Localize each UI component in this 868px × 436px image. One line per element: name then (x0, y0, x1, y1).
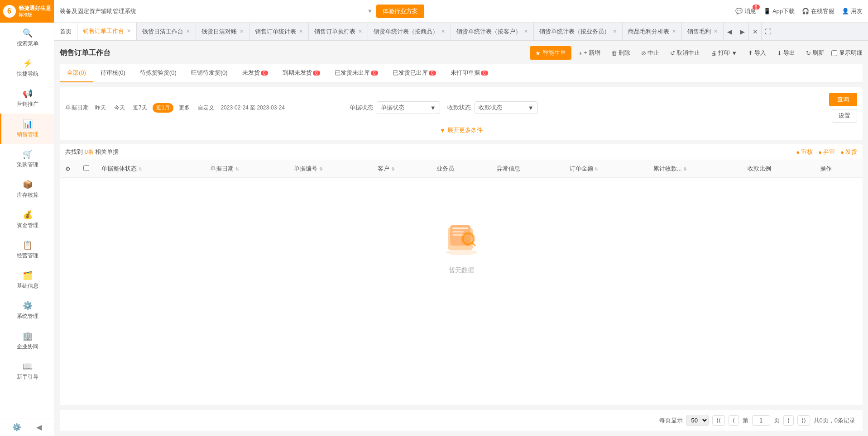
query-button[interactable]: 查询 (829, 93, 857, 106)
tab-next-button[interactable]: ▶ (736, 23, 749, 41)
date-1month-btn[interactable]: 近1月 (153, 103, 174, 113)
sidebar-item-marketing[interactable]: 📢 营销推广 (0, 83, 54, 114)
delete-button[interactable]: 🗑 删除 (608, 47, 634, 59)
sidebar-item-finance[interactable]: 💰 资金管理 (0, 204, 54, 235)
sidebar-item-purchase[interactable]: 🛒 采购管理 (0, 144, 54, 174)
tab-close-icon[interactable]: ✕ (240, 28, 244, 34)
tab-product-margin[interactable]: 商品毛利分析表 ✕ (623, 23, 682, 41)
date-more-btn[interactable]: 更多 (176, 103, 192, 113)
stop-button[interactable]: ⊘ 中止 (638, 47, 663, 59)
date-today-btn[interactable]: 今天 (111, 103, 128, 113)
page-number-input[interactable]: 1 (752, 415, 770, 426)
select-all-checkbox[interactable] (83, 165, 89, 171)
tab-maximize-button[interactable]: ⛶ (762, 23, 774, 41)
next-page-button[interactable]: ⟩ (783, 415, 794, 426)
brand-name: 畅捷通好生意 (19, 5, 51, 12)
smart-create-button[interactable]: ★ 智能生单 (530, 46, 571, 60)
sidebar-footer: ⚙️ ◀ (0, 418, 54, 436)
sub-tab-shipped-out[interactable]: 已发货已出库0 (385, 64, 443, 82)
per-page-select[interactable]: 50 (686, 415, 709, 426)
sidebar-item-search[interactable]: 🔍 搜索菜单 (0, 23, 54, 53)
settings-icon[interactable]: ⚙️ (12, 423, 21, 431)
sub-tab-not-shipped[interactable]: 未发货0 (235, 64, 275, 82)
cancel-stop-button[interactable]: ↺ 取消中止 (667, 47, 704, 59)
sort-icon[interactable]: ⇅ (139, 166, 142, 171)
sort-icon[interactable]: ⇅ (319, 166, 323, 171)
tab-close-icon[interactable]: ✕ (524, 28, 528, 34)
collapse-icon[interactable]: ◀ (36, 423, 42, 431)
message-button[interactable]: 💬 消息 6 (735, 7, 756, 15)
tab-sales-workbench[interactable]: 销售订单工作台 ✕ (77, 23, 137, 41)
show-detail-checkbox[interactable]: 显示明细 (831, 49, 863, 57)
dropdown-arrow[interactable]: ▼ (367, 8, 373, 14)
tab-close-icon[interactable]: ✕ (672, 28, 676, 34)
tab-cash-daily[interactable]: 钱货日清工作台 ✕ (137, 23, 196, 41)
user-button[interactable]: 👤 用友 (842, 7, 863, 15)
online-service-button[interactable]: 🎧 在线客服 (802, 7, 834, 15)
sidebar-item-guide[interactable]: 📖 新手引导 (0, 356, 54, 386)
expand-down-icon: ▼ (440, 127, 446, 134)
tab-sales-stat[interactable]: 销售订单统计表 ✕ (249, 23, 309, 41)
set-button[interactable]: 设置 (832, 109, 857, 123)
import-button[interactable]: ⬆ 导入 (744, 47, 770, 59)
tab-cash-reconcile[interactable]: 钱货日清对账 ✕ (196, 23, 249, 41)
tab-sales-exec-label: 销售订单执行表 (314, 28, 355, 36)
date-7days-btn[interactable]: 近7天 (130, 103, 150, 113)
tab-close-icon[interactable]: ✕ (358, 28, 362, 34)
sidebar-item-base-info[interactable]: 🗂️ 基础信息 (0, 265, 54, 295)
status-select[interactable]: 单据状态 ▼ (377, 101, 440, 114)
sidebar-item-inventory[interactable]: 📦 库存核算 (0, 174, 54, 204)
tab-sales-stat-product[interactable]: 销货单统计表（按商品） ✕ (368, 23, 451, 41)
prev-page-button[interactable]: ⟨ (729, 415, 739, 426)
sidebar-item-sales[interactable]: 📊 销售管理 (0, 114, 54, 144)
ship-button[interactable]: ● 发货 (840, 148, 857, 156)
sort-icon[interactable]: ⇅ (683, 166, 687, 171)
sub-tab-not-printed[interactable]: 未打印单据0 (443, 64, 495, 82)
tab-close-icon[interactable]: ✕ (714, 28, 718, 34)
sidebar-item-ops[interactable]: 📋 经营管理 (0, 235, 54, 265)
sort-icon[interactable]: ⇅ (595, 166, 598, 171)
sort-icon[interactable]: ⇅ (391, 166, 395, 171)
tab-close-all-button[interactable]: ✕ (749, 23, 762, 41)
sidebar-item-enterprise[interactable]: 🏢 企业协同 (0, 326, 54, 356)
th-checkbox[interactable] (78, 160, 96, 178)
svg-rect-4 (452, 231, 464, 232)
tab-close-icon[interactable]: ✕ (441, 28, 445, 34)
print-button[interactable]: 🖨 打印 ▼ (707, 47, 741, 59)
tab-close-icon[interactable]: ✕ (299, 28, 303, 34)
date-yesterday-btn[interactable]: 昨天 (92, 103, 109, 113)
date-custom-btn[interactable]: 自定义 (195, 103, 217, 113)
tab-sales-stat-customer[interactable]: 销货单统计表（按客户） ✕ (451, 23, 534, 41)
sub-tab-shipped-not-out[interactable]: 已发货未出库0 (327, 64, 385, 82)
th-settings[interactable]: ⚙ (60, 160, 78, 178)
tab-sales-stat-staff[interactable]: 销货单统计表（按业务员） ✕ (534, 23, 623, 41)
show-detail-input[interactable] (831, 50, 837, 56)
add-button[interactable]: + + 新增 (575, 47, 604, 59)
sub-tab-pending-review[interactable]: 待审核(0) (93, 64, 133, 82)
tab-close-icon[interactable]: ✕ (186, 28, 190, 34)
cancel-review-button[interactable]: ● 弃审 (818, 148, 835, 156)
export-button[interactable]: ⬇ 导出 (773, 47, 799, 59)
solution-button[interactable]: 体验行业方案 (376, 5, 424, 18)
sort-icon[interactable]: ⇅ (235, 166, 239, 171)
first-page-button[interactable]: ⟨⟨ (712, 415, 725, 426)
tab-close-icon[interactable]: ✕ (127, 28, 131, 34)
tab-sales-profit[interactable]: 销售毛利 ✕ (682, 23, 724, 41)
review-button[interactable]: ● 审核 (796, 148, 813, 156)
date-range-display: 2023-02-24 至 2023-03-24 (221, 104, 284, 112)
sidebar-item-sys-mgmt[interactable]: ⚙️ 系统管理 (0, 295, 54, 326)
app-download-button[interactable]: 📱 App下载 (763, 7, 795, 15)
sidebar-item-quick-nav[interactable]: ⚡ 快捷导航 (0, 53, 54, 83)
sub-tab-all[interactable]: 全部(0) (60, 64, 93, 82)
tab-sales-exec[interactable]: 销售订单执行表 ✕ (309, 23, 368, 41)
sub-tab-wangpu[interactable]: 旺铺待发货(0) (184, 64, 235, 82)
sub-tab-pending-inspect[interactable]: 待拣货验货(0) (133, 64, 184, 82)
tab-home[interactable]: 首页 (54, 23, 77, 41)
tab-close-icon[interactable]: ✕ (613, 28, 617, 34)
expand-button[interactable]: ▼ 展开更多条件 (440, 126, 483, 134)
refresh-button[interactable]: ↻ 刷新 (802, 47, 828, 59)
payment-select[interactable]: 收款状态 ▼ (475, 101, 538, 114)
last-page-button[interactable]: ⟩⟩ (797, 415, 810, 426)
sub-tab-expired-not-shipped[interactable]: 到期未发货0 (275, 64, 327, 82)
tab-prev-button[interactable]: ◀ (724, 23, 736, 41)
